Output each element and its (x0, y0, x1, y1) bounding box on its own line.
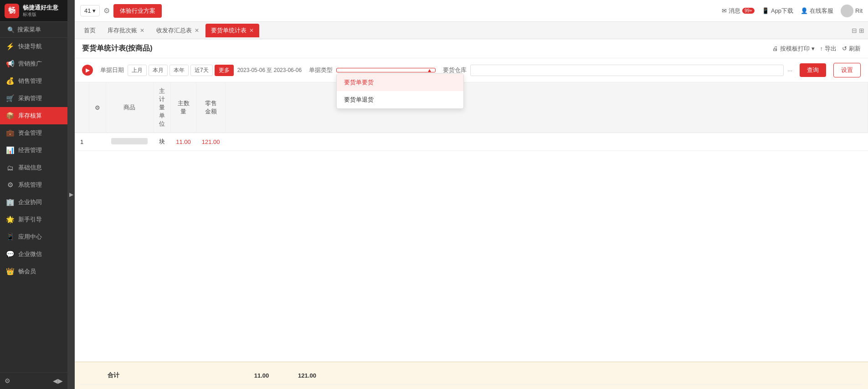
sidebar-item-inventory[interactable]: 📦 库存核算 (0, 107, 67, 124)
footer-extra (330, 367, 863, 384)
tab-minimize-btn[interactable]: ⊟ (852, 27, 857, 34)
filter-type-wrapper: ▲ 要货单要货 要货单退货 (336, 68, 436, 72)
tab-home[interactable]: 首页 (78, 24, 101, 37)
table-row: 1 块 11.00 121.00 (75, 133, 868, 151)
dropdown-item-order-return[interactable]: 要货单退货 (337, 91, 463, 108)
quantity-link[interactable]: 11.00 (176, 138, 191, 145)
settings-btn[interactable]: 设置 (833, 63, 861, 77)
footer-row: 合计 11.00 121.00 (80, 367, 863, 384)
table-header-row: ⚙ 商品 主计量单位 主数量 零售金额 (75, 82, 868, 133)
operation-icon: 📊 (5, 146, 15, 154)
filter-date-more[interactable]: 更多 (215, 65, 234, 76)
col-settings[interactable]: ⚙ (89, 82, 106, 133)
tab-inventory-batch[interactable]: 库存批次账 ✕ (102, 24, 150, 37)
cell-amount: 121.00 (196, 133, 226, 151)
collapse-footer-btn[interactable]: ◀▶ (53, 377, 63, 384)
filter-date-btns: 上月 本月 本年 近7天 更多 (128, 65, 234, 76)
footer-empty-settings (91, 367, 102, 384)
sidebar-search[interactable]: 🔍 搜索菜单 (0, 22, 67, 38)
query-btn[interactable]: 查询 (800, 63, 826, 77)
footer-unit (193, 367, 239, 384)
sidebar-item-marketing[interactable]: 📢 营销推广 (0, 55, 67, 72)
sidebar-item-base[interactable]: 🗂 基础信息 (0, 159, 67, 176)
search-icon: 🔍 (7, 26, 15, 33)
messages-btn[interactable]: ✉ 消息 99+ (722, 7, 755, 15)
sidebar-item-system[interactable]: ⚙ 系统管理 (0, 176, 67, 194)
main-table: ⚙ 商品 主计量单位 主数量 零售金额 1 (75, 82, 868, 151)
tab-order-summary[interactable]: 要货单统计表 ✕ (205, 24, 259, 37)
sidebar-item-quick-nav[interactable]: ⚡ 快捷导航 (0, 38, 67, 55)
sidebar-item-enterprise[interactable]: 🏢 企业协同 (0, 194, 67, 211)
footer-empty-index (80, 367, 91, 384)
topbar-gear-icon[interactable]: ⚙ (103, 6, 110, 15)
app-download-btn[interactable]: 📱 App下载 (762, 7, 793, 15)
sidebar-item-operation[interactable]: 📊 经营管理 (0, 142, 67, 159)
topbar-left: 41 ▾ ⚙ 体验行业方案 (80, 4, 162, 18)
tab-close-order-summary[interactable]: ✕ (249, 27, 254, 34)
col-index (75, 82, 89, 133)
tab-maximize-btn[interactable]: ⊞ (859, 27, 864, 34)
print-chevron-icon: ▾ (812, 45, 815, 52)
export-icon: ↑ (820, 45, 823, 52)
sidebar-item-guide[interactable]: 🌟 新手引导 (0, 211, 67, 228)
main-area: 41 ▾ ⚙ 体验行业方案 ✉ 消息 99+ 📱 App下载 👤 在线客服 R (75, 0, 868, 389)
base-icon: 🗂 (5, 164, 15, 172)
filter-expand-btn[interactable]: ▶ (82, 65, 93, 76)
sidebar-item-appstore[interactable]: 📱 应用中心 (0, 228, 67, 246)
avatar-img (841, 5, 853, 17)
filter-warehouse-group: 要货仓库 ··· (443, 65, 792, 76)
col-product: 商品 (106, 82, 153, 133)
tabbar: 首页 库存批次账 ✕ 收发存汇总表 ✕ 要货单统计表 ✕ ⊟ ⊞ (75, 22, 868, 39)
tab-close-recv-summary[interactable]: ✕ (195, 27, 199, 34)
filter-date-7days[interactable]: 近7天 (190, 65, 213, 76)
sidebar-item-member[interactable]: 👑 畅会员 (0, 263, 67, 280)
sidebar-item-finance[interactable]: 💼 资金管理 (0, 124, 67, 142)
marketing-icon: 📢 (5, 60, 15, 68)
appstore-icon: 📱 (5, 233, 15, 241)
footer-quantity: 11.00 (239, 367, 284, 384)
product-name-placeholder (111, 138, 148, 144)
user-avatar[interactable]: Rit (841, 5, 863, 17)
sidebar-item-purchase[interactable]: 🛒 采购管理 (0, 90, 67, 107)
tab-close-inventory-batch[interactable]: ✕ (140, 27, 144, 34)
sidebar-item-wechat[interactable]: 💬 企业微信 (0, 246, 67, 263)
member-icon: 👑 (5, 267, 15, 276)
export-btn[interactable]: ↑ 导出 (820, 45, 837, 53)
topbar: 41 ▾ ⚙ 体验行业方案 ✉ 消息 99+ 📱 App下载 👤 在线客服 R (75, 0, 868, 22)
industry-btn[interactable]: 体验行业方案 (113, 4, 162, 18)
filter-date-last-month[interactable]: 上月 (128, 65, 147, 76)
warehouse-ellipsis-btn[interactable]: ··· (787, 67, 792, 74)
dropdown-item-order-purchase[interactable]: 要货单要货 (337, 74, 463, 91)
sidebar: 畅 畅捷通好生意 标准版 🔍 搜索菜单 ⚡ 快捷导航 📢 营销推广 💰 销售管理… (0, 0, 67, 389)
sales-icon: 💰 (5, 77, 15, 85)
sidebar-title: 畅捷通好生意 标准版 (23, 4, 58, 18)
date-label: 单据日期 (100, 66, 124, 74)
company-selector[interactable]: 41 ▾ (80, 5, 100, 16)
amount-link[interactable]: 121.00 (202, 138, 220, 145)
settings-footer-btn[interactable]: ⚙ (5, 377, 10, 384)
print-icon: 🖨 (772, 45, 778, 52)
print-template-btn[interactable]: 🖨 按模板打印 ▾ (772, 45, 815, 53)
phone-icon: 📱 (762, 7, 769, 14)
sidebar-nav: ⚡ 快捷导航 📢 营销推广 💰 销售管理 🛒 采购管理 📦 库存核算 💼 资金管… (0, 38, 67, 372)
finance-icon: 💼 (5, 129, 15, 137)
wechat-icon: 💬 (5, 250, 15, 258)
filter-date-this-year[interactable]: 本年 (169, 65, 189, 76)
table-settings-icon[interactable]: ⚙ (95, 104, 100, 111)
tab-recv-summary[interactable]: 收发存汇总表 ✕ (151, 24, 205, 37)
sidebar-logo: 畅 (5, 4, 19, 18)
col-quantity: 主数量 (170, 82, 196, 133)
filter-warehouse-input[interactable] (470, 65, 784, 76)
filter-type-input[interactable]: ▲ (336, 68, 436, 72)
col-unit: 主计量单位 (153, 82, 170, 133)
sidebar-scroll-arrow[interactable]: ▶ (67, 0, 75, 389)
filter-date-group: 单据日期 上月 本月 本年 近7天 更多 2023-05-06 至 2023-0… (100, 65, 302, 76)
sidebar-item-sales[interactable]: 💰 销售管理 (0, 72, 67, 90)
type-dropdown-arrow[interactable]: ▲ (426, 67, 432, 74)
footer-table: 合计 11.00 121.00 (80, 367, 863, 384)
cell-unit: 块 (153, 133, 170, 151)
refresh-btn[interactable]: ↺ 刷新 (842, 45, 861, 53)
filter-bar: ▶ 单据日期 上月 本月 本年 近7天 更多 2023-05-06 至 2023… (75, 58, 868, 82)
online-service-btn[interactable]: 👤 在线客服 (801, 7, 833, 15)
filter-date-this-month[interactable]: 本月 (149, 65, 168, 76)
